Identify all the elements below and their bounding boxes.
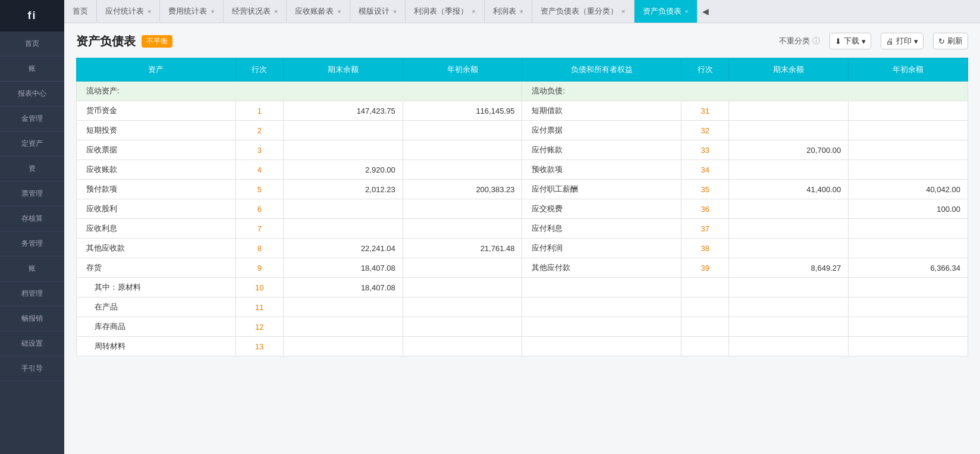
asset-name[interactable]: 存货 [77, 258, 236, 278]
tab-close-button[interactable]: × [393, 8, 397, 15]
liability-name[interactable] [522, 337, 681, 356]
sidebar-item[interactable]: 手引导 [0, 356, 64, 381]
end-balance-left: 2,920.00 [283, 160, 403, 180]
refresh-icon: ↻ [938, 37, 945, 46]
start-balance-right [849, 219, 968, 239]
tab-close-button[interactable]: × [147, 8, 151, 15]
row-num-right [681, 278, 729, 298]
sidebar-item[interactable]: 存核算 [0, 206, 64, 231]
liability-name[interactable]: 应付利润 [522, 239, 681, 258]
start-balance-right: 100.00 [849, 199, 968, 219]
asset-name[interactable]: 预付款项 [77, 180, 236, 199]
tab-close-button[interactable]: × [211, 8, 214, 15]
tab-item[interactable]: 模版设计× [350, 0, 406, 23]
download-button[interactable]: ⬇ 下载 ▾ [830, 33, 871, 49]
asset-name[interactable]: 周转材料 [77, 337, 236, 356]
end-balance-right [729, 337, 849, 356]
liability-name[interactable]: 应付账款 [522, 140, 681, 160]
sidebar-item[interactable]: 报表中心 [0, 82, 64, 107]
asset-name[interactable]: 库存商品 [77, 317, 236, 337]
sidebar-item[interactable]: 金管理 [0, 107, 64, 131]
tab-close-button[interactable]: × [520, 8, 523, 15]
tab-item[interactable]: 资产负债表× [635, 0, 698, 23]
tab-item[interactable]: 应收账龄表× [287, 0, 350, 23]
sidebar-item[interactable]: 档管理 [0, 281, 64, 306]
sidebar-item[interactable]: 畅报销 [0, 306, 64, 331]
table-row: 周转材料 13 [77, 337, 968, 356]
sidebar-item[interactable]: 账 [0, 57, 64, 82]
liability-name[interactable]: 预收款项 [522, 160, 681, 180]
sidebar-item[interactable]: 资 [0, 156, 64, 181]
tab-item[interactable]: 利润表× [485, 0, 532, 23]
sidebar-item[interactable]: 票管理 [0, 181, 64, 206]
end-balance-right [729, 219, 849, 239]
liability-name[interactable]: 应付职工薪酬 [522, 180, 681, 199]
end-balance-right [729, 298, 849, 317]
start-balance-left [403, 160, 522, 180]
sidebar-item[interactable]: 定资产 [0, 131, 64, 156]
end-balance-left: 18,407.08 [283, 258, 403, 278]
sidebar-item[interactable]: 务管理 [0, 231, 64, 256]
liability-name[interactable] [522, 298, 681, 317]
asset-name[interactable]: 其中：原材料 [77, 278, 236, 298]
asset-name[interactable]: 应收票据 [77, 140, 236, 160]
asset-name[interactable]: 在产品 [77, 298, 236, 317]
print-button[interactable]: 🖨 打印 ▾ [881, 33, 924, 49]
liability-name[interactable]: 应付票据 [522, 121, 681, 140]
tab-item[interactable]: 资产负债表（重分类）× [532, 0, 634, 23]
sidebar-item[interactable]: 础设置 [0, 331, 64, 356]
tab-item[interactable]: 首页 [64, 0, 97, 23]
end-balance-right: 20,700.00 [729, 140, 849, 160]
start-balance-right [849, 278, 968, 298]
row-num-right: 31 [681, 101, 729, 121]
col-asset: 资产 [77, 58, 236, 82]
tab-item[interactable]: 经营状况表× [224, 0, 287, 23]
liability-name[interactable]: 其他应付款 [522, 258, 681, 278]
refresh-button[interactable]: ↻ 刷新 [933, 33, 968, 49]
asset-name[interactable]: 应收利息 [77, 219, 236, 239]
sidebar-item[interactable]: 账 [0, 256, 64, 281]
liability-name[interactable]: 短期借款 [522, 101, 681, 121]
start-balance-left [403, 219, 522, 239]
asset-name[interactable]: 应收股利 [77, 199, 236, 219]
end-balance-left [283, 219, 403, 239]
asset-name[interactable]: 短期投资 [77, 121, 236, 140]
tab-scroll-right[interactable]: ◀ [698, 1, 714, 22]
start-balance-right [849, 160, 968, 180]
no-classify-option[interactable]: 不重分类 ⓘ [779, 36, 820, 46]
table-row: 其中：原材料 10 18,407.08 [77, 278, 968, 298]
table-row: 其他应收款 8 22,241.04 21,761.48 应付利润 38 [77, 239, 968, 258]
section-label-right: 流动负债: [522, 82, 968, 101]
tab-close-button[interactable]: × [472, 8, 475, 15]
sidebar-item[interactable]: 首页 [0, 32, 64, 57]
page-content: 资产负债表 不平衡 不重分类 ⓘ ⬇ 下载 ▾ 🖨 打印 ▾ [64, 23, 980, 454]
tab-close-button[interactable]: × [337, 8, 341, 15]
liability-name[interactable] [522, 317, 681, 337]
end-balance-left [283, 337, 403, 356]
liability-name[interactable] [522, 278, 681, 298]
tab-close-button[interactable]: × [685, 8, 689, 15]
tab-close-button[interactable]: × [274, 8, 278, 15]
start-balance-left: 21,761.48 [403, 239, 522, 258]
table-header-row: 资产 行次 期末余额 年初余额 负债和所有者权益 行次 期末余额 年初余额 [77, 58, 968, 82]
tab-item[interactable]: 费用统计表× [160, 0, 223, 23]
col-row-num-left: 行次 [235, 58, 283, 82]
end-balance-left [283, 298, 403, 317]
row-num-right: 39 [681, 258, 729, 278]
table-row: 短期投资 2 应付票据 32 [77, 121, 968, 140]
page-title: 资产负债表 [76, 33, 136, 49]
start-balance-right [849, 337, 968, 356]
asset-name[interactable]: 应收账款 [77, 160, 236, 180]
tab-close-button[interactable]: × [621, 8, 625, 15]
row-num-right: 34 [681, 160, 729, 180]
liability-name[interactable]: 应付利息 [522, 219, 681, 239]
start-balance-left: 200,383.23 [403, 180, 522, 199]
tab-item[interactable]: 应付统计表× [97, 0, 160, 23]
end-balance-right [729, 101, 849, 121]
liability-name[interactable]: 应交税费 [522, 199, 681, 219]
asset-name[interactable]: 货币资金 [77, 101, 236, 121]
asset-name[interactable]: 其他应收款 [77, 239, 236, 258]
start-balance-right [849, 101, 968, 121]
tab-item[interactable]: 利润表（季报）× [406, 0, 484, 23]
row-num-right [681, 298, 729, 317]
